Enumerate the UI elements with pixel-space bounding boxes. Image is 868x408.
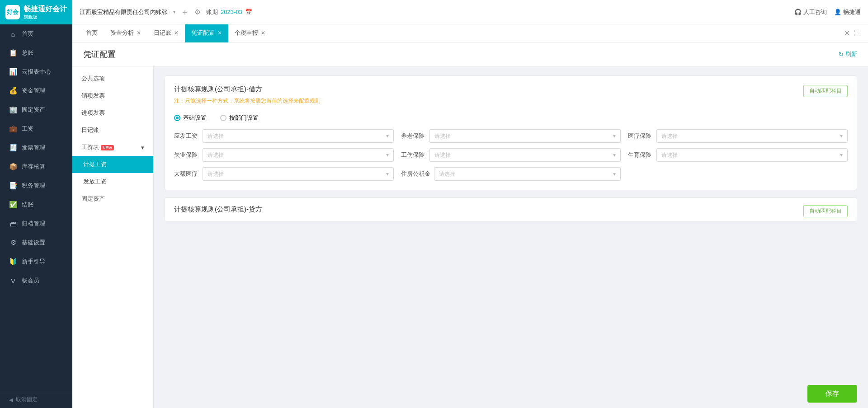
calendar-icon[interactable]: 📅: [245, 9, 252, 15]
sidebar-icon-inventory: 📦: [9, 163, 17, 171]
page-title: 凭证配置: [83, 49, 116, 60]
cancel-fixed-btn[interactable]: ◀ 取消固定: [0, 391, 72, 408]
select-yfgz-arrow: ▾: [386, 133, 389, 139]
debit-form-grid: 应发工资 请选择 ▾ 养老保险 请选择 ▾: [174, 129, 848, 181]
select-yfgz[interactable]: 请选择 ▾: [203, 129, 394, 143]
left-menu-label-accrual: 计提工资: [83, 161, 107, 168]
sidebar-item-reports[interactable]: 📊云报表中心: [0, 62, 72, 81]
left-menu-item-journal[interactable]: 日记账: [72, 122, 153, 139]
select-ylbx2-placeholder: 请选择: [661, 132, 678, 140]
sidebar-item-vip[interactable]: V畅会员: [0, 271, 72, 290]
sidebar-item-ledger[interactable]: 📋总账: [0, 43, 72, 62]
sidebar-item-salary[interactable]: 💼工资: [0, 119, 72, 138]
debit-auto-match-btn[interactable]: 自动匹配科目: [803, 85, 848, 97]
field-ylbx2: 医疗保险 请选择 ▾: [628, 129, 848, 143]
sidebar-item-fixed-assets[interactable]: 🏢固定资产: [0, 100, 72, 119]
new-badge-salary-table: NEW: [101, 145, 114, 150]
expand-tab-btn[interactable]: ⛶: [854, 29, 861, 38]
select-sybx[interactable]: 请选择 ▾: [203, 148, 394, 162]
debit-section-title: 计提核算规则(公司承担)-借方: [174, 85, 803, 94]
select-zfgjj-arrow: ▾: [613, 171, 616, 177]
select-sybx2[interactable]: 请选择 ▾: [656, 148, 848, 162]
field-ylbx: 养老保险 请选择 ▾: [401, 129, 621, 143]
tab-home[interactable]: 首页: [80, 24, 104, 42]
select-zfgjj[interactable]: 请选择 ▾: [434, 167, 621, 181]
consulting-btn[interactable]: 🎧 人工咨询: [794, 8, 827, 16]
left-menu-item-sales[interactable]: 销项发票: [72, 87, 153, 104]
debit-section-top: 计提核算规则(公司承担)-借方 注：只能选择一种方式，系统将按照您当前的选择来配…: [174, 85, 803, 111]
tab-right-buttons: ✕ ⛶: [844, 29, 861, 38]
label-ylbx: 养老保险: [401, 132, 426, 140]
label-zfgjj: 住房公积金: [401, 170, 430, 178]
tab-close-funds[interactable]: ✕: [137, 30, 141, 36]
tab-tax[interactable]: 个税申报 ✕: [228, 24, 272, 42]
select-sybx-arrow: ▾: [386, 152, 389, 158]
tab-close-voucher[interactable]: ✕: [217, 30, 222, 36]
radio-basic[interactable]: 基础设置: [174, 114, 207, 122]
sidebar-label-ledger: 总账: [22, 49, 33, 57]
sidebar-item-settings[interactable]: ⚙基础设置: [0, 233, 72, 252]
tab-voucher[interactable]: 凭证配置 ✕: [185, 24, 228, 42]
credit-section-title: 计提核算规则(公司承担)-贷方: [174, 205, 262, 214]
left-menu-item-fixed[interactable]: 固定资产: [72, 190, 153, 207]
save-button[interactable]: 保存: [807, 385, 857, 403]
radio-dept-label: 按部门设置: [229, 114, 259, 122]
sidebar-item-inventory[interactable]: 📦库存核算: [0, 157, 72, 176]
sidebar-logo: 好会 畅捷通好会计 旗舰版: [0, 0, 72, 24]
credit-section: 计提核算规则(公司承担)-贷方 自动匹配科目: [165, 197, 857, 221]
sidebar-icon-guide: 🔰: [9, 258, 17, 266]
refresh-btn[interactable]: ↻ 刷新: [839, 50, 857, 58]
sidebar-item-tax[interactable]: 📑税务管理: [0, 176, 72, 195]
sidebar-icon-salary: 💼: [9, 125, 17, 133]
tab-funds[interactable]: 资金分析 ✕: [104, 24, 147, 42]
settings-icon[interactable]: ⚙: [194, 8, 201, 16]
sidebar-item-home[interactable]: ⌂首页: [0, 24, 72, 43]
sidebar-label-home: 首页: [22, 30, 33, 38]
left-menu-item-purchase[interactable]: 进项发票: [72, 104, 153, 122]
logo-subtitle: 旗舰版: [24, 14, 67, 20]
user-menu[interactable]: 👤 畅捷通: [834, 8, 861, 16]
radio-dept-circle: [220, 115, 226, 121]
left-menu-item-public[interactable]: 公共选项: [72, 70, 153, 87]
debit-radio-group: 基础设置 按部门设置: [174, 114, 848, 122]
add-company-btn[interactable]: ＋: [181, 7, 189, 18]
sidebar-item-funds[interactable]: 💰资金管理: [0, 81, 72, 100]
tab-close-tax[interactable]: ✕: [261, 30, 265, 36]
company-name: 江西服宝精品有限责任公司内账张: [80, 8, 168, 16]
tab-close-journal[interactable]: ✕: [174, 30, 179, 36]
sidebar-icon-fixed-assets: 🏢: [9, 106, 17, 114]
sidebar-item-invoice[interactable]: 🧾发票管理: [0, 138, 72, 157]
content-body: 公共选项销项发票进项发票日记账工资表NEW▾计提工资发放工资固定资产 计提核算规…: [72, 66, 868, 408]
company-dropdown-arrow[interactable]: ▾: [173, 9, 175, 14]
close-tab-btn[interactable]: ✕: [844, 29, 850, 38]
tab-label-home: 首页: [86, 29, 98, 37]
debit-section-header: 计提核算规则(公司承担)-借方 注：只能选择一种方式，系统将按照您当前的选择来配…: [174, 85, 848, 111]
radio-basic-circle: [174, 115, 180, 121]
field-dely: 大额医疗 请选择 ▾: [174, 167, 394, 181]
sidebar-icon-settlement: ✅: [9, 201, 17, 209]
select-ylbx[interactable]: 请选择 ▾: [429, 129, 621, 143]
left-menu-sub-payment[interactable]: 发放工资: [72, 173, 153, 190]
sidebar-label-vip: 畅会员: [22, 277, 39, 285]
select-ylbx2[interactable]: 请选择 ▾: [656, 129, 848, 143]
select-dely[interactable]: 请选择 ▾: [203, 167, 394, 181]
tab-journal[interactable]: 日记账 ✕: [147, 24, 185, 42]
left-menu-label-public: 公共选项: [81, 75, 105, 82]
sidebar-icon-archive: 🗃: [9, 220, 17, 228]
radio-dept[interactable]: 按部门设置: [220, 114, 259, 122]
label-sybx2: 生育保险: [628, 151, 653, 159]
select-dely-placeholder: 请选择: [208, 170, 224, 178]
left-menu-sub-accrual[interactable]: 计提工资: [72, 156, 153, 173]
left-menu-arrow-salary-table: ▾: [141, 144, 144, 151]
sidebar-item-settlement[interactable]: ✅结账: [0, 195, 72, 214]
cancel-fixed-icon: ◀: [9, 397, 13, 403]
page-header: 凭证配置 ↻ 刷新: [72, 42, 868, 66]
select-gsbx[interactable]: 请选择 ▾: [429, 148, 621, 162]
left-menu-group-salary-table[interactable]: 工资表NEW▾: [72, 139, 153, 156]
cancel-fixed-label: 取消固定: [16, 396, 38, 403]
tabbar: 首页资金分析 ✕日记账 ✕凭证配置 ✕个税申报 ✕ ✕ ⛶: [72, 24, 868, 42]
sidebar-item-guide[interactable]: 🔰新手引导: [0, 252, 72, 271]
sidebar-item-archive[interactable]: 🗃归档管理: [0, 214, 72, 233]
credit-auto-match-btn[interactable]: 自动匹配科目: [803, 205, 848, 217]
debit-section-note: 注：只能选择一种方式，系统将按照您当前的选择来配置规则: [174, 97, 803, 105]
